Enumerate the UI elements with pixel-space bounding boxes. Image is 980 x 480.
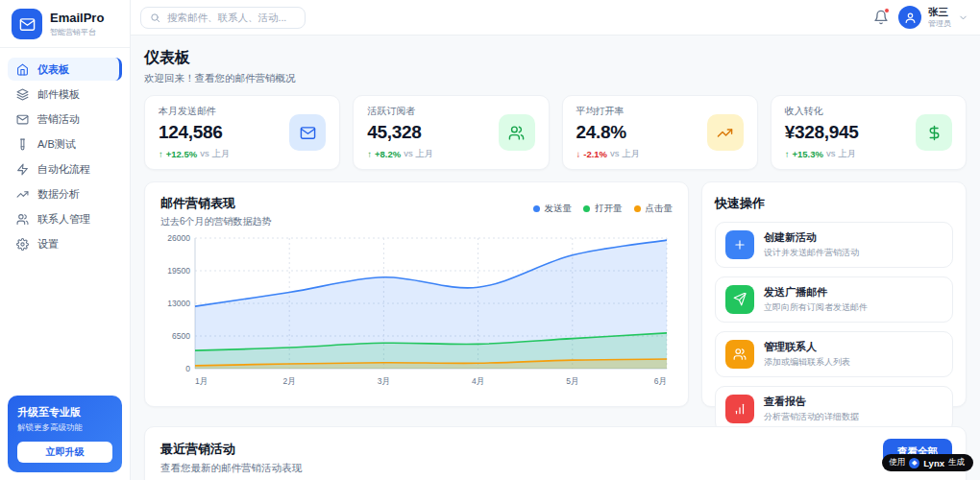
trending-up-icon <box>16 188 29 201</box>
dashboard-content: 仪表板 欢迎回来！查看您的邮件营销概况 本月发送邮件124,586↑+12.5%… <box>131 36 980 480</box>
badge-prefix: 使用 <box>889 457 905 468</box>
quick-action-subtitle: 设计并发送邮件营销活动 <box>764 247 859 259</box>
badge-brand: Lynx <box>923 458 944 468</box>
quick-action-subtitle: 添加或编辑联系人列表 <box>764 356 850 369</box>
arrow-down-icon: ↓ <box>576 149 581 159</box>
legend-dot <box>583 205 590 212</box>
arrow-up-icon: ↑ <box>367 149 372 159</box>
stat-change-pct: +15.3% <box>793 149 824 159</box>
sidebar-item-settings[interactable]: 设置 <box>8 232 122 255</box>
plus-icon <box>725 230 754 259</box>
sidebar-item-dashboard[interactable]: 仪表板 <box>8 58 122 81</box>
sidebar-item-label: A/B测试 <box>37 137 76 152</box>
stat-vs-label: vs 上月 <box>200 148 230 160</box>
performance-chart-card: 邮件营销表现 过去6个月的营销数据趋势 发送量打开量点击量 0650013000… <box>144 181 689 407</box>
stat-card: 活跃订阅者45,328↑+8.2%vs 上月 <box>353 95 549 170</box>
quick-action-title: 发送广播邮件 <box>764 285 868 300</box>
stat-label: 收入转化 <box>785 105 916 118</box>
brand-mail-icon <box>12 9 42 39</box>
legend-item: 发送量 <box>533 203 573 215</box>
stat-card: 平均打开率24.8%↓-2.1%vs 上月 <box>562 95 758 170</box>
send-icon <box>725 285 754 314</box>
upgrade-button[interactable]: 立即升级 <box>17 442 112 463</box>
chart-subtitle: 过去6个月的营销数据趋势 <box>160 215 272 228</box>
quick-action-send-broadcast[interactable]: 发送广播邮件立即向所有订阅者发送邮件 <box>715 276 953 323</box>
sidebar-item-ab-test[interactable]: A/B测试 <box>8 132 122 156</box>
search-box[interactable] <box>140 7 306 29</box>
quick-action-manage-contacts[interactable]: 管理联系人添加或编辑联系人列表 <box>715 331 953 377</box>
sidebar-item-campaigns[interactable]: 营销活动 <box>8 108 122 131</box>
quick-action-create-campaign[interactable]: 创建新活动设计并发送邮件营销活动 <box>715 222 953 268</box>
sidebar: EmailPro 智能营销平台 仪表板邮件模板营销活动A/B测试自动化流程数据分… <box>0 0 131 480</box>
area-chart: 065001300019500260001月2月3月4月5月6月 <box>160 230 673 392</box>
sidebar-item-templates[interactable]: 邮件模板 <box>8 83 122 106</box>
mail-icon <box>289 114 326 151</box>
sidebar-item-label: 营销活动 <box>37 112 80 127</box>
stat-label: 活跃订阅者 <box>367 105 498 118</box>
sidebar-item-label: 邮件模板 <box>37 87 80 102</box>
topbar: 张三 管理员 <box>131 0 980 36</box>
sidebar-item-automation[interactable]: 自动化流程 <box>8 157 122 180</box>
svg-text:6月: 6月 <box>654 376 667 386</box>
recent-campaigns-card: 最近营销活动 查看您最新的邮件营销活动表现 查看全部 活动名称状态发送量打开率点… <box>144 426 967 480</box>
sidebar-item-label: 联系人管理 <box>37 212 90 227</box>
search-input[interactable] <box>167 12 296 23</box>
svg-text:13000: 13000 <box>167 299 190 308</box>
sidebar-item-analytics[interactable]: 数据分析 <box>8 182 122 205</box>
svg-text:1月: 1月 <box>195 376 208 386</box>
stat-label: 本月发送邮件 <box>159 105 289 118</box>
badge-suffix: 生成 <box>948 457 965 468</box>
quick-action-subtitle: 分析营销活动的详细数据 <box>764 411 859 423</box>
svg-text:4月: 4月 <box>472 376 484 386</box>
chart-title: 邮件营销表现 <box>160 195 272 212</box>
lynx-watermark-badge: 使用 ◆ Lynx 生成 <box>882 454 973 471</box>
arrow-up-icon: ↑ <box>159 149 163 159</box>
layers-icon <box>16 88 29 101</box>
upgrade-subtitle: 解锁更多高级功能 <box>17 422 112 434</box>
users-icon <box>499 114 535 151</box>
zap-icon <box>16 163 29 176</box>
upgrade-card: 升级至专业版 解锁更多高级功能 立即升级 <box>8 396 122 472</box>
stat-change-pct: +12.5% <box>166 149 198 159</box>
quick-action-view-reports[interactable]: 查看报告分析营销活动的详细数据 <box>715 386 953 432</box>
sidebar-item-label: 设置 <box>37 237 59 252</box>
stat-change: ↓-2.1%vs 上月 <box>576 148 707 160</box>
quick-action-title: 创建新活动 <box>764 230 859 245</box>
svg-text:2月: 2月 <box>283 376 296 386</box>
chart-legend: 发送量打开量点击量 <box>533 195 674 215</box>
test-tube-icon <box>16 138 29 151</box>
stat-value: 45,328 <box>367 122 498 143</box>
mail-icon <box>16 113 29 126</box>
sidebar-item-contacts[interactable]: 联系人管理 <box>8 207 122 230</box>
sidebar-item-label: 数据分析 <box>37 187 80 202</box>
sidebar-item-label: 仪表板 <box>37 62 69 77</box>
svg-text:3月: 3月 <box>378 376 390 386</box>
quick-actions-title: 快速操作 <box>715 195 953 212</box>
legend-label: 点击量 <box>646 203 674 215</box>
users-icon <box>725 340 754 369</box>
sidebar-item-label: 自动化流程 <box>37 162 90 177</box>
stat-vs-label: vs 上月 <box>404 148 433 160</box>
quick-action-subtitle: 立即向所有订阅者发送邮件 <box>764 301 868 314</box>
search-icon <box>150 12 160 23</box>
stat-value: 24.8% <box>576 122 707 143</box>
sidebar-nav: 仪表板邮件模板营销活动A/B测试自动化流程数据分析联系人管理设置 <box>0 48 130 388</box>
stat-change-pct: +8.2% <box>375 149 401 159</box>
recent-title: 最近营销活动 <box>160 441 950 458</box>
gear-icon <box>16 238 29 251</box>
page-title: 仪表板 <box>144 48 967 68</box>
user-menu[interactable]: 张三 管理员 <box>898 6 968 29</box>
stat-change: ↑+8.2%vs 上月 <box>367 148 498 160</box>
user-icon <box>904 12 917 24</box>
svg-text:26000: 26000 <box>167 233 190 243</box>
stat-change: ↑+12.5%vs 上月 <box>159 148 289 160</box>
brand-name: EmailPro <box>50 11 104 26</box>
notification-dot <box>884 8 890 13</box>
stat-change: ↑+15.3%vs 上月 <box>785 148 916 160</box>
quick-actions-card: 快速操作 创建新活动设计并发送邮件营销活动发送广播邮件立即向所有订阅者发送邮件管… <box>701 181 967 407</box>
page-subtitle: 欢迎回来！查看您的邮件营销概况 <box>144 72 967 85</box>
trending-up-icon <box>707 114 744 151</box>
notifications-button[interactable] <box>873 10 889 25</box>
legend-dot <box>634 205 641 212</box>
home-icon <box>16 63 29 76</box>
